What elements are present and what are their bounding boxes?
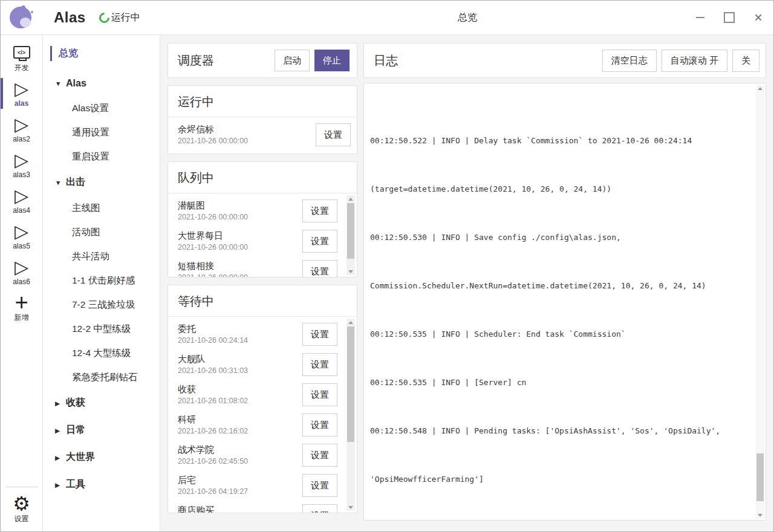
task-setting-button[interactable]: 设置 bbox=[302, 474, 337, 497]
titlebar: Alas 运行中 总览 × bbox=[1, 1, 773, 35]
menu-item[interactable]: 活动图 bbox=[43, 220, 160, 244]
task-setting-button[interactable]: 设置 bbox=[302, 444, 337, 467]
queued-task-list: 潜艇图 2021-10-26 00:00:00 设置 大世界每日 20 bbox=[168, 193, 357, 277]
autoscroll-on-button[interactable]: 自动滚动 开 bbox=[662, 50, 727, 72]
log-header-panel: 日志 清空日志 自动滚动 开 关 bbox=[363, 43, 766, 78]
task-name: 战术学院 bbox=[178, 444, 302, 456]
task-row: 潜艇图 2021-10-26 00:00:00 设置 bbox=[178, 196, 343, 226]
rail-item-profile[interactable]: alas6 bbox=[1, 254, 42, 290]
close-button[interactable]: × bbox=[752, 11, 765, 24]
menu-item[interactable]: 收获 bbox=[43, 389, 160, 417]
rail-item-profile[interactable]: alas bbox=[1, 76, 42, 111]
stop-button[interactable]: 停止 bbox=[314, 50, 350, 71]
app-window: Alas 运行中 总览 × </> 开发 alas bbox=[0, 0, 774, 532]
menu-item[interactable]: 主线图 bbox=[43, 196, 160, 220]
group-arrow-icon bbox=[55, 454, 66, 461]
task-name: 科研 bbox=[178, 414, 302, 426]
play-icon bbox=[15, 151, 28, 170]
task-setting-button[interactable]: 设置 bbox=[302, 323, 337, 346]
scroll-thumb[interactable] bbox=[347, 326, 354, 442]
gear-icon bbox=[13, 494, 30, 513]
task-setting-button[interactable]: 设置 bbox=[302, 353, 337, 376]
scheduler-status: 运行中 bbox=[99, 11, 140, 24]
autoscroll-off-button[interactable]: 关 bbox=[732, 50, 759, 72]
menu-item[interactable]: 12-2 中型练级 bbox=[43, 317, 160, 341]
running-panel: 运行中 余烬信标 2021-10-26 00:00:00 设置 bbox=[167, 85, 357, 154]
rail-item-profile[interactable]: alas3 bbox=[1, 147, 42, 183]
log-line: 00:12:50.548 | INFO | Pending tasks: ['O… bbox=[370, 425, 750, 437]
task-name: 余烬信标 bbox=[178, 123, 316, 135]
task-name: 短猫相接 bbox=[178, 260, 302, 272]
minimize-button[interactable] bbox=[694, 11, 707, 24]
task-setting-button[interactable]: 设置 bbox=[302, 383, 337, 406]
app-logo-icon bbox=[8, 4, 34, 31]
task-row: 后宅 2021-10-26 04:19:27 设置 bbox=[178, 470, 343, 501]
menu-item[interactable]: 共斗活动 bbox=[43, 244, 160, 268]
task-time: 2021-10-26 00:00:00 bbox=[178, 272, 302, 277]
scroll-up-icon[interactable] bbox=[756, 85, 764, 92]
main-content: 调度器 启动 停止 运行中 余烬信 bbox=[160, 35, 773, 531]
menu-item[interactable]: 重启设置 bbox=[43, 144, 160, 169]
scroll-thumb[interactable] bbox=[756, 453, 764, 501]
log-column: 日志 清空日志 自动滚动 开 关 00:12:50.522 | INFO | D… bbox=[363, 43, 766, 521]
task-setting-button[interactable]: 设置 bbox=[302, 504, 337, 513]
task-time: 2021-10-26 04:19:27 bbox=[178, 486, 302, 497]
menu-item[interactable]: 7-2 三战捡垃圾 bbox=[43, 293, 160, 317]
rail-item-settings[interactable]: 设置 bbox=[1, 491, 42, 527]
task-time: 2021-10-26 02:16:02 bbox=[178, 426, 302, 436]
log-line: Commission.Scheduler.NextRun=datetime.da… bbox=[370, 280, 750, 292]
rail-item-dev[interactable]: </> 开发 bbox=[1, 40, 42, 76]
play-icon bbox=[15, 115, 28, 134]
scroll-down-icon[interactable] bbox=[756, 511, 764, 519]
menu-item[interactable]: Alas设置 bbox=[43, 96, 160, 120]
rail-label: alas4 bbox=[13, 206, 30, 215]
task-setting-button[interactable]: 设置 bbox=[316, 123, 351, 146]
menu-item[interactable]: 通用设置 bbox=[43, 120, 160, 144]
rail-label: alas5 bbox=[13, 242, 30, 250]
scroll-down-icon[interactable] bbox=[346, 268, 355, 275]
waiting-scrollbar[interactable] bbox=[346, 319, 355, 511]
rail-item-profile[interactable]: alas5 bbox=[1, 218, 42, 254]
menu-item[interactable]: 12-4 大型练级 bbox=[43, 341, 160, 365]
waiting-task-list: 委托 2021-10-26 00:24:14 设置 大舰队 2021- bbox=[168, 317, 357, 513]
rail-label: alas2 bbox=[13, 135, 30, 143]
start-button[interactable]: 启动 bbox=[275, 50, 310, 71]
log-line: (target=datetime.datetime(2021, 10, 26, … bbox=[370, 183, 750, 195]
menu-item[interactable]: 总览 bbox=[43, 41, 160, 66]
task-setting-button[interactable]: 设置 bbox=[302, 414, 337, 436]
task-time: 2021-10-26 00:00:00 bbox=[178, 212, 302, 222]
task-setting-button[interactable]: 设置 bbox=[302, 230, 337, 253]
rail-item-profile[interactable]: alas4 bbox=[1, 183, 42, 218]
code-monitor-icon: </> bbox=[13, 46, 30, 59]
group-arrow-icon bbox=[55, 179, 66, 186]
rail-item-profile[interactable]: alas2 bbox=[1, 111, 42, 147]
menu-item[interactable]: Alas bbox=[43, 71, 160, 96]
menu-item[interactable]: 1-1 伏击刷好感 bbox=[43, 268, 160, 293]
status-label: 运行中 bbox=[111, 11, 140, 24]
running-task-list: 余烬信标 2021-10-26 00:00:00 设置 bbox=[168, 117, 357, 150]
task-setting-button[interactable]: 设置 bbox=[302, 199, 337, 222]
scroll-thumb[interactable] bbox=[347, 203, 354, 259]
scheduler-title: 调度器 bbox=[178, 53, 214, 69]
clear-log-button[interactable]: 清空日志 bbox=[602, 50, 657, 72]
menu-item[interactable]: 大世界 bbox=[43, 444, 160, 471]
rail-label: 设置 bbox=[15, 514, 29, 524]
group-arrow-icon bbox=[55, 481, 66, 488]
rail-item-add[interactable]: 新增 bbox=[1, 290, 42, 325]
menu-item[interactable]: 日常 bbox=[43, 417, 160, 444]
scroll-up-icon[interactable] bbox=[346, 319, 355, 326]
waiting-panel: 等待中 委托 2021-10-26 00:24:14 设置 bbox=[167, 285, 357, 513]
scroll-up-icon[interactable] bbox=[346, 195, 355, 203]
task-row: 科研 2021-10-26 02:16:02 设置 bbox=[178, 410, 343, 440]
page-title: 总览 bbox=[458, 11, 477, 24]
menu-item[interactable]: 紧急委托刷钻石 bbox=[43, 365, 160, 389]
menu-item[interactable]: 出击 bbox=[43, 169, 160, 196]
scroll-down-icon[interactable] bbox=[346, 504, 355, 511]
queued-scrollbar[interactable] bbox=[346, 195, 355, 275]
menu-item[interactable]: 工具 bbox=[43, 471, 160, 498]
waiting-title: 等待中 bbox=[178, 293, 347, 310]
maximize-button[interactable] bbox=[723, 11, 736, 24]
task-setting-button[interactable]: 设置 bbox=[302, 260, 337, 277]
task-row: 大世界每日 2021-10-26 00:00:00 设置 bbox=[178, 226, 343, 256]
log-scrollbar[interactable] bbox=[756, 85, 764, 519]
